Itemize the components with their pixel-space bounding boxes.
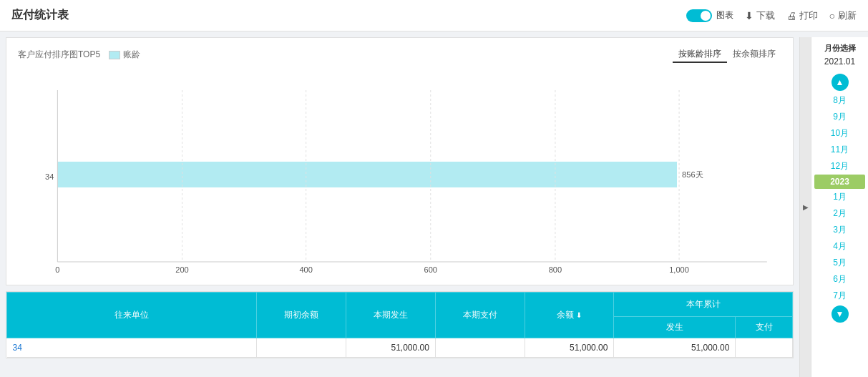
- download-button[interactable]: ⬇ 下载: [745, 9, 775, 22]
- cell-unit: 34: [7, 338, 257, 358]
- cell-balance: 51,000.00: [525, 338, 614, 358]
- svg-text:1,000: 1,000: [669, 265, 689, 274]
- download-icon: ⬇: [745, 10, 754, 21]
- year-label: 2023: [814, 175, 865, 189]
- month-item[interactable]: 11月: [814, 142, 865, 158]
- month-item[interactable]: 9月: [814, 109, 865, 125]
- month-item[interactable]: 4月: [814, 238, 865, 255]
- refresh-icon: ○: [829, 10, 835, 21]
- chart-toggle[interactable]: 图表: [686, 9, 733, 22]
- col-header-ytd: 本年累计: [614, 293, 793, 317]
- page-title: 应付统计表: [11, 8, 69, 23]
- print-icon: 🖨: [786, 10, 796, 21]
- table-row: 34 51,000.00 51,000.00 51,000.00: [7, 338, 793, 358]
- sort-by-age-button[interactable]: 按账龄排序: [673, 46, 727, 63]
- month-item[interactable]: 1月: [814, 189, 865, 205]
- print-button[interactable]: 🖨 打印: [786, 9, 818, 22]
- scroll-up-button[interactable]: ▲: [832, 74, 849, 91]
- col-header-period-balance: 期初余额: [257, 293, 346, 338]
- month-item[interactable]: 10月: [814, 125, 865, 142]
- month-item[interactable]: 12月: [814, 158, 865, 175]
- cell-ytd-pay: [736, 338, 793, 358]
- sidebar-title: 月份选择: [824, 43, 856, 54]
- month-item[interactable]: 7月: [814, 288, 865, 304]
- toggle-switch[interactable]: [686, 9, 712, 22]
- svg-text:0: 0: [55, 265, 59, 274]
- cell-current-pay: [435, 338, 525, 358]
- data-table: 往来单位 期初余额 本期发生 本期支付 余额 ⬇ 本年累计: [6, 291, 794, 358]
- svg-text:856天: 856天: [682, 170, 703, 179]
- svg-text:600: 600: [424, 265, 437, 274]
- month-list: 8月9月10月11月12月20231月2月3月4月5月6月7月: [814, 92, 865, 304]
- sidebar-year: 2021.01: [824, 57, 855, 67]
- cell-period-balance: [257, 338, 346, 358]
- svg-text:200: 200: [175, 265, 188, 274]
- chart-legend: 客户应付排序图TOP5 账龄: [18, 49, 140, 61]
- col-header-current-pay: 本期支付: [435, 293, 525, 338]
- chart-area: 34 856天 0 200 400 600 80: [18, 69, 781, 276]
- col-header-balance: 余额 ⬇: [525, 293, 614, 338]
- toggle-label: 图表: [716, 9, 733, 21]
- svg-text:34: 34: [45, 172, 54, 181]
- svg-text:400: 400: [299, 265, 312, 274]
- legend-title: 客户应付排序图TOP5: [18, 49, 100, 61]
- svg-text:800: 800: [549, 265, 562, 274]
- month-item[interactable]: 2月: [814, 205, 865, 222]
- legend-item-label: 账龄: [123, 49, 140, 61]
- svg-rect-1: [57, 162, 677, 187]
- month-item[interactable]: 5月: [814, 255, 865, 271]
- chevron-right-icon: ▶: [803, 203, 809, 211]
- month-selector-sidebar: 月份选择 2021.01 ▲ 8月9月10月11月12月20231月2月3月4月…: [811, 37, 868, 377]
- month-item[interactable]: 8月: [814, 92, 865, 109]
- month-item[interactable]: 3月: [814, 222, 865, 238]
- cell-ytd-occur: 51,000.00: [614, 338, 736, 358]
- refresh-button[interactable]: ○ 刷新: [829, 9, 857, 22]
- cell-current-occur: 51,000.00: [346, 338, 436, 358]
- scroll-down-button[interactable]: ▼: [832, 305, 849, 323]
- col-header-ytd-occur: 发生: [614, 317, 736, 338]
- col-header-current-occur: 本期发生: [346, 293, 436, 338]
- col-header-ytd-pay: 支付: [736, 317, 793, 338]
- legend-color: [109, 51, 120, 59]
- sort-by-balance-button[interactable]: 按余额排序: [727, 46, 781, 63]
- sidebar-collapse-button[interactable]: ▶: [799, 37, 811, 377]
- month-item[interactable]: 6月: [814, 271, 865, 288]
- col-header-unit: 往来单位: [7, 293, 257, 338]
